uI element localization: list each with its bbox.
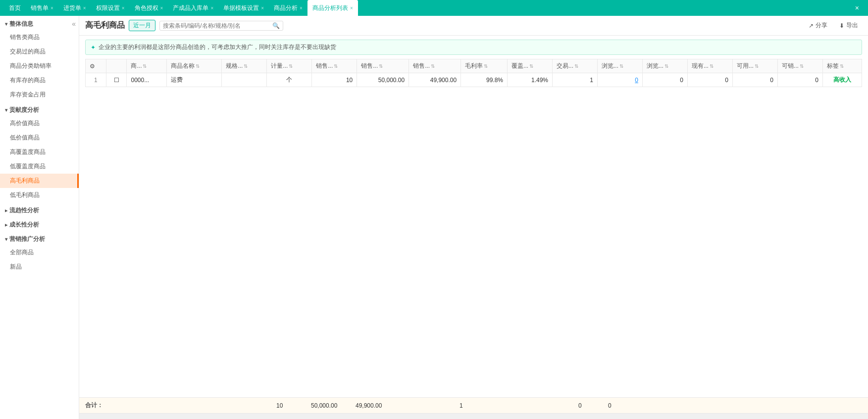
nav-tab-7[interactable]: 商品分析×	[269, 0, 307, 16]
sidebar-item-0-2[interactable]: 商品分类助销率	[0, 59, 79, 73]
footer-cell-12	[485, 401, 515, 410]
footer-cell-11: 1	[456, 401, 485, 410]
sidebar-group-arrow: ▾	[5, 107, 7, 113]
nav-tab-close[interactable]: ×	[350, 5, 353, 11]
cell-tag: 高收入	[822, 73, 862, 87]
col-header-trade[interactable]: 交易...⇅	[553, 59, 598, 73]
table-wrapper: ⚙商...⇅商品名称⇅规格...⇅计量...⇅销售...⇅销售...⇅销售...…	[79, 59, 868, 397]
col-header-saleNet[interactable]: 销售...⇅	[409, 59, 461, 73]
col-header-grossRate[interactable]: 毛利率⇅	[461, 59, 508, 73]
footer-cell-1	[129, 401, 139, 410]
footer-cell-9	[396, 401, 426, 410]
sidebar-group-2[interactable]: ▸流趋性分析	[0, 202, 79, 217]
export-label: 导出	[846, 21, 858, 30]
sidebar-collapse-button[interactable]: «	[72, 20, 76, 28]
sidebar-item-1-0[interactable]: 高价值商品	[0, 116, 79, 131]
page-title: 高毛利商品	[85, 20, 125, 31]
nav-tab-5[interactable]: 产成品入库单×	[168, 0, 218, 16]
sidebar-item-1-2[interactable]: 高覆盖度商品	[0, 145, 79, 159]
nav-tab-6[interactable]: 单据模板设置×	[218, 0, 269, 16]
nav-tab-close[interactable]: ×	[122, 5, 125, 11]
sidebar-group-4[interactable]: ▾营销推广分析	[0, 231, 79, 245]
cell-current: 0	[687, 73, 732, 87]
col-header-settings: ⚙	[86, 59, 106, 73]
nav-tab-1[interactable]: 销售单×	[26, 0, 58, 16]
nav-tab-3[interactable]: 权限设置×	[91, 0, 130, 16]
search-icon[interactable]: 🔍	[272, 22, 280, 29]
cell-rowNum: 1	[86, 73, 106, 87]
sidebar-group-label: 营销推广分析	[9, 235, 45, 243]
nav-tab-label: 首页	[9, 4, 21, 12]
nav-tab-2[interactable]: 进货单×	[58, 0, 91, 16]
nav-tab-close[interactable]: ×	[51, 5, 53, 11]
col-header-available[interactable]: 可用...⇅	[732, 59, 777, 73]
footer-cell-16: 0	[604, 401, 634, 410]
col-header-spec[interactable]: 规格...⇅	[222, 59, 267, 73]
col-header-current[interactable]: 现有...⇅	[687, 59, 732, 73]
sidebar-item-0-4[interactable]: 库存资金占用	[0, 88, 79, 102]
col-header-tag[interactable]: 标签⇅	[822, 59, 862, 73]
nav-tab-close[interactable]: ×	[83, 5, 86, 11]
search-input[interactable]	[163, 22, 272, 29]
footer-cell-8: 49,900.00	[352, 401, 396, 410]
nav-tab-close[interactable]: ×	[261, 5, 264, 11]
sidebar-item-0-0[interactable]: 销售类商品	[0, 30, 79, 45]
col-header-coverage[interactable]: 覆盖...⇅	[508, 59, 553, 73]
cell-view1[interactable]: 0	[597, 73, 642, 87]
bottom-scrollbar[interactable]	[79, 413, 868, 419]
col-header-view1[interactable]: 浏览...⇅	[597, 59, 642, 73]
sidebar-item-1-3[interactable]: 低覆盖度商品	[0, 159, 79, 174]
col-header-saleQty[interactable]: 销售...⇅	[312, 59, 357, 73]
filter-period-button[interactable]: 近一月	[129, 20, 155, 31]
col-label: 计量...	[271, 62, 288, 69]
nav-tab-label: 商品分析	[274, 4, 298, 12]
sidebar-item-0-3[interactable]: 有库存的商品	[0, 73, 79, 88]
sidebar-group-label: 流趋性分析	[9, 206, 39, 215]
nav-tab-label: 权限设置	[96, 4, 120, 12]
share-button[interactable]: ↗ 分享	[805, 20, 831, 31]
col-label: 销售...	[316, 62, 333, 69]
footer-cell-15: 0	[574, 401, 604, 410]
col-header-code[interactable]: 商...⇅	[127, 59, 166, 73]
export-icon: ⬇	[839, 22, 844, 29]
col-header-view2[interactable]: 浏览...⇅	[642, 59, 687, 73]
sidebar-group-arrow: ▾	[5, 236, 7, 242]
top-nav: 首页销售单×进货单×权限设置×角色授权×产成品入库单×单据模板设置×商品分析×商…	[0, 0, 868, 16]
col-header-check	[106, 59, 127, 73]
sidebar-item-1-4[interactable]: 高毛利商品	[0, 174, 79, 188]
footer-cell-7: 50,000.00	[307, 401, 352, 410]
sidebar-group-1[interactable]: ▾贡献度分析	[0, 102, 79, 116]
sort-icon: ⇅	[710, 63, 714, 69]
data-table: ⚙商...⇅商品名称⇅规格...⇅计量...⇅销售...⇅销售...⇅销售...…	[85, 59, 862, 87]
col-header-saleable[interactable]: 可销...⇅	[777, 59, 822, 73]
footer-cell-6: 10	[272, 401, 307, 410]
nav-tab-close[interactable]: ×	[210, 5, 213, 11]
export-button[interactable]: ⬇ 导出	[835, 20, 862, 31]
sidebar-item-4-0[interactable]: 全部商品	[0, 245, 79, 260]
nav-tab-4[interactable]: 角色授权×	[130, 0, 168, 16]
sort-icon: ⇅	[619, 63, 623, 69]
window-close-button[interactable]: ×	[850, 4, 864, 12]
cell-check[interactable]: ☐	[106, 73, 127, 87]
col-header-unit[interactable]: 计量...⇅	[267, 59, 312, 73]
share-icon: ↗	[809, 22, 814, 29]
nav-tab-label: 进货单	[63, 4, 81, 12]
sidebar-item-1-1[interactable]: 低价值商品	[0, 131, 79, 145]
nav-tab-0[interactable]: 首页	[4, 0, 26, 16]
nav-tab-close[interactable]: ×	[300, 5, 303, 11]
nav-tab-8[interactable]: 商品分析列表×	[307, 0, 358, 16]
footer-cell-3	[168, 401, 218, 410]
sidebar-item-4-1[interactable]: 新品	[0, 260, 79, 274]
share-label: 分享	[816, 21, 827, 30]
sidebar-group-0[interactable]: ▾整体信息	[0, 16, 79, 30]
sidebar-group-arrow: ▸	[5, 208, 7, 213]
col-header-name[interactable]: 商品名称⇅	[166, 59, 222, 73]
col-header-saleAmt[interactable]: 销售...⇅	[357, 59, 409, 73]
col-label: 标签	[827, 62, 839, 69]
nav-tab-close[interactable]: ×	[160, 5, 163, 11]
content-header: 高毛利商品 近一月 🔍 ↗ 分享 ⬇ 导出	[79, 16, 868, 36]
sidebar-group-3[interactable]: ▸成长性分析	[0, 217, 79, 231]
sidebar-item-0-1[interactable]: 交易过的商品	[0, 45, 79, 59]
sidebar-item-1-5[interactable]: 低毛利商品	[0, 188, 79, 202]
sort-icon: ⇅	[529, 63, 533, 69]
